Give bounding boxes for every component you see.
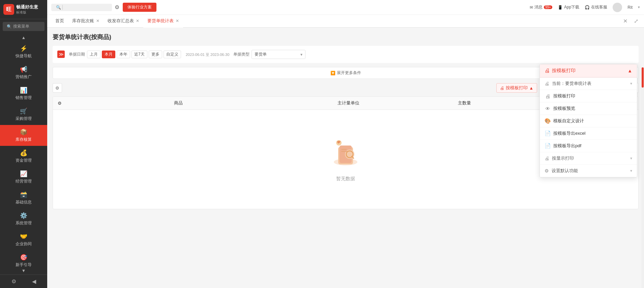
message-btn[interactable]: ✉ 消息 99+ bbox=[530, 4, 552, 10]
customer-service-btn[interactable]: 🎧 在线客服 bbox=[585, 4, 607, 10]
sidebar-item-label: 库存核算 bbox=[16, 137, 32, 142]
sidebar-item-collab[interactable]: 🤝 企业协同 bbox=[0, 229, 47, 250]
date-current-month[interactable]: 本月 bbox=[102, 51, 115, 58]
type-select-arrow: ▾ bbox=[300, 52, 302, 57]
col-product: 商品 bbox=[66, 100, 290, 106]
topbar-search-icon: 🔍 bbox=[56, 5, 61, 10]
sidebar-footer: ⚙ ◀ bbox=[0, 275, 47, 288]
sidebar-item-purchase[interactable]: 🛒 采购管理 bbox=[0, 104, 47, 125]
topbar-actions: ✉ 消息 99+ 📱 App下载 🎧 在线客服 Rit ▾ bbox=[530, 3, 640, 12]
sidebar-item-label: 新手引导 bbox=[16, 262, 32, 267]
print-btn-label: 按模板打印 bbox=[506, 85, 528, 91]
sidebar-item-base[interactable]: 🗃️ 基础信息 bbox=[0, 188, 47, 209]
industry-btn[interactable]: 体验行业方案 bbox=[123, 3, 156, 12]
app-download-btn[interactable]: 📱 App下载 bbox=[558, 4, 579, 10]
scrollbar-thumb bbox=[642, 67, 644, 88]
empty-text: 暂无数据 bbox=[336, 176, 355, 182]
template-print-icon: 🖨 bbox=[545, 93, 551, 99]
dropdown-collapse-btn[interactable]: ▲ bbox=[627, 68, 632, 73]
sidebar-item-label: 销售管理 bbox=[16, 95, 32, 101]
scroll-up-btn[interactable]: ▲ bbox=[0, 34, 47, 41]
tab-home-label: 首页 bbox=[55, 18, 64, 24]
dropdown-template-preview[interactable]: 👁 按模板预览 bbox=[540, 102, 637, 115]
topbar-search[interactable]: 🔍 ▏ bbox=[51, 4, 112, 11]
display-print-icon: 🖨 bbox=[545, 156, 549, 161]
message-icon: ✉ bbox=[530, 5, 533, 10]
date-filter-group: 单据日期 上月 本月 本年 近7天 更多 自定义 2023-06-01 至 20… bbox=[69, 51, 229, 58]
tab-home[interactable]: 首页 bbox=[51, 15, 68, 28]
sidebar-nav: ⚡ 快捷导航 📢 营销推广 📊 销售管理 🛒 采购管理 📦 库存核算 💰 资金管… bbox=[0, 41, 47, 267]
maximize-btn[interactable]: ⤢ bbox=[632, 17, 640, 25]
tab-inventory-batch-close[interactable]: ✕ bbox=[96, 19, 99, 23]
sidebar-item-guide[interactable]: 🎯 新手引导 bbox=[0, 250, 47, 267]
template-custom-icon: 🎨 bbox=[545, 118, 551, 124]
date-more[interactable]: 更多 bbox=[149, 51, 162, 58]
tab-order-stats[interactable]: 要货单统计表 ✕ bbox=[143, 15, 183, 28]
message-badge: 99+ bbox=[544, 5, 552, 9]
type-filter-group: 单据类型 要货单 ▾ bbox=[233, 50, 305, 59]
sidebar-item-operations[interactable]: 📈 经营管理 bbox=[0, 167, 47, 188]
sidebar-item-sales[interactable]: 📊 销售管理 bbox=[0, 83, 47, 104]
current-template-label: 当前：要货单统计表 bbox=[552, 81, 630, 87]
expand-more-label: 展开更多条件 bbox=[337, 70, 361, 76]
filter-row: 单据日期 上月 本月 本年 近7天 更多 自定义 2023-06-01 至 20… bbox=[69, 50, 634, 59]
topbar-settings-btn[interactable]: ⚙ bbox=[115, 4, 119, 10]
finance-icon: 💰 bbox=[20, 149, 27, 157]
sidebar-item-inventory[interactable]: 📦 库存核算 bbox=[0, 125, 47, 146]
filter-expand-btn[interactable]: ≫ bbox=[57, 51, 65, 58]
topbar: 🔍 ▏ ⚙ 体验行业方案 ✉ 消息 99+ 📱 App下载 🎧 在线客服 Rit… bbox=[47, 0, 644, 15]
footer-settings-btn[interactable]: ⚙ bbox=[11, 278, 16, 285]
default-fn-arrow: ▾ bbox=[630, 168, 632, 173]
user-avatar[interactable] bbox=[613, 3, 622, 12]
toolbar-settings-btn[interactable]: ⚙ bbox=[53, 83, 62, 93]
search-icon: 🔍 bbox=[7, 24, 12, 29]
sidebar-item-label: 快捷导航 bbox=[16, 53, 32, 59]
dropdown-template-pdf[interactable]: 📄 按模板导出pdf bbox=[540, 140, 637, 152]
main-content: 🔍 ▏ ⚙ 体验行业方案 ✉ 消息 99+ 📱 App下载 🎧 在线客服 Rit… bbox=[47, 0, 644, 288]
col-settings[interactable]: ⚙ bbox=[53, 101, 66, 106]
template-print-label: 按模板打印 bbox=[553, 93, 632, 99]
scroll-down-btn[interactable]: ▼ bbox=[0, 267, 47, 275]
username[interactable]: Rit bbox=[627, 5, 633, 10]
print-chevron: ▲ bbox=[529, 86, 533, 91]
date-last7[interactable]: 近7天 bbox=[131, 51, 147, 58]
sidebar-item-label: 经营管理 bbox=[16, 179, 32, 184]
date-this-year[interactable]: 本年 bbox=[117, 51, 130, 58]
print-dropdown-panel: 🖨 按模板打印 ▲ 🖨 当前：要货单统计表 ▾ 🖨 按模板打印 👁 按模板预览 … bbox=[539, 64, 637, 178]
display-print-arrow: ▾ bbox=[630, 156, 632, 161]
type-select[interactable]: 要货单 ▾ bbox=[252, 50, 305, 59]
guide-icon: 🎯 bbox=[20, 254, 27, 261]
type-select-value: 要货单 bbox=[255, 52, 267, 57]
dropdown-template-excel[interactable]: 📄 按模板导出excel bbox=[540, 127, 637, 140]
template-preview-label: 按模板预览 bbox=[553, 105, 632, 111]
sidebar-item-quick-nav[interactable]: ⚡ 快捷导航 bbox=[0, 41, 47, 62]
footer-collapse-btn[interactable]: ◀ bbox=[32, 278, 36, 285]
date-prev-month[interactable]: 上月 bbox=[87, 51, 100, 58]
download-icon: 📱 bbox=[558, 5, 563, 10]
sidebar-item-finance[interactable]: 💰 资金管理 bbox=[0, 146, 47, 167]
dropdown-template-custom[interactable]: 🎨 模板自定义设计 bbox=[540, 115, 637, 127]
right-scrollbar[interactable] bbox=[641, 67, 644, 288]
sidebar-item-system[interactable]: ⚙️ 系统管理 bbox=[0, 209, 47, 229]
date-custom[interactable]: 自定义 bbox=[164, 51, 181, 58]
tab-inventory-batch-label: 库存批次账 bbox=[72, 18, 94, 24]
sidebar-search[interactable]: 🔍 搜索菜单 bbox=[3, 22, 45, 31]
print-btn[interactable]: 🖨 按模板打印 ▲ bbox=[496, 83, 537, 93]
username-chevron[interactable]: ▾ bbox=[638, 5, 640, 9]
operations-icon: 📈 bbox=[20, 170, 27, 178]
system-icon: ⚙️ bbox=[20, 212, 27, 219]
quick-nav-icon: ⚡ bbox=[20, 45, 27, 52]
dropdown-current-template[interactable]: 🖨 当前：要货单统计表 ▾ bbox=[540, 77, 637, 90]
dropdown-header-icon: 🖨 bbox=[545, 68, 550, 74]
sidebar-item-label: 基础信息 bbox=[16, 199, 32, 205]
sidebar-item-marketing[interactable]: 📢 营销推广 bbox=[0, 62, 47, 83]
tab-inventory-batch[interactable]: 库存批次账 ✕ bbox=[68, 15, 104, 28]
dropdown-default-fn[interactable]: ⚙ 设置默认功能 ▾ bbox=[540, 165, 637, 177]
close-all-btn[interactable]: ✕ bbox=[621, 17, 629, 25]
dropdown-template-print[interactable]: 🖨 按模板打印 bbox=[540, 90, 637, 102]
tab-collection-summary-close[interactable]: ✕ bbox=[136, 19, 139, 23]
search-label: 搜索菜单 bbox=[13, 24, 29, 29]
tab-order-stats-close[interactable]: ✕ bbox=[176, 19, 179, 23]
tab-collection-summary[interactable]: 收发存汇总表 ✕ bbox=[104, 15, 143, 28]
dropdown-display-print[interactable]: 🖨 按显示打印 ▾ bbox=[540, 152, 637, 165]
